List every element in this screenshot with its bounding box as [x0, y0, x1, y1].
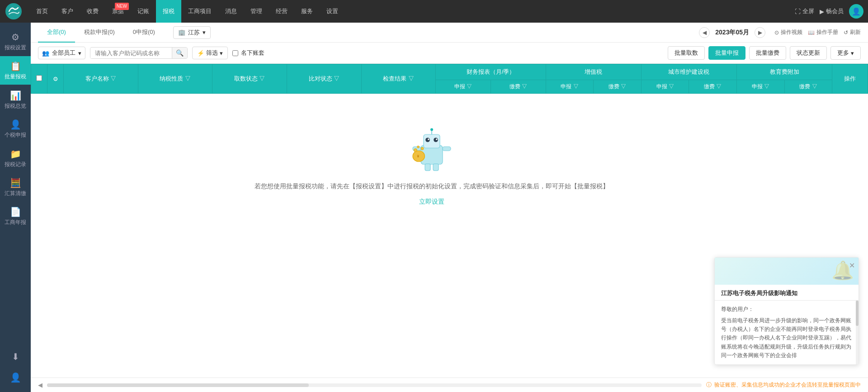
col-edu-pay: 缴费 ▽	[784, 80, 832, 94]
more-btn[interactable]: 更多 ▾	[830, 46, 861, 60]
tab-zero-declare[interactable]: 0申报(0)	[124, 23, 164, 43]
member-btn[interactable]: ▶ 畅会员	[820, 7, 844, 15]
employee-select[interactable]: 👥 全部员工 ▾	[38, 47, 85, 59]
sidebar-item-tax-overview[interactable]: 📊 报税总览	[0, 86, 31, 114]
sidebar-profile[interactable]: 👤	[0, 368, 31, 387]
svg-point-16	[421, 147, 424, 150]
notif-scroll-thumb	[856, 301, 859, 326]
search-box: 🔍	[90, 47, 188, 59]
col-vat-declare: 申报 ▽	[546, 80, 594, 94]
app-logo[interactable]	[5, 2, 23, 20]
checkbox-label[interactable]: 名下账套	[232, 49, 264, 57]
download-icon: ⬇	[10, 351, 21, 362]
manual-link[interactable]: 📖 操作手册	[808, 29, 838, 36]
search-input[interactable]	[90, 48, 172, 58]
notif-content: 受当前电子税务局进一步升级的影响，同一个政务网账号（办税人）名下的企业不能再同时…	[721, 316, 852, 360]
tab-tax-declare[interactable]: 税款申报(0)	[75, 23, 124, 43]
nav-operation[interactable]: 经营	[269, 0, 294, 23]
notif-banner: 🔔 ✕	[715, 258, 859, 285]
nav-invoice[interactable]: 票据 NEW	[105, 0, 131, 23]
batch-declare-btn[interactable]: 批量申报	[708, 46, 745, 60]
horizontal-scrollbar[interactable]	[47, 383, 702, 387]
nav-bookkeeping[interactable]: 记账	[131, 0, 156, 23]
col-edu-declare: 申报 ▽	[737, 80, 785, 94]
sidebar-item-batch-tax[interactable]: 📋 批量报税	[0, 56, 31, 84]
nav-service[interactable]: 服务	[294, 0, 320, 23]
notif-greeting: 尊敬的用户：	[721, 305, 852, 314]
setup-now-link[interactable]: 立即设置	[419, 198, 444, 206]
notif-body: 尊敬的用户： 受当前电子税务局进一步升级的影响，同一个政务网账号（办税人）名下的…	[715, 301, 859, 364]
svg-text:¥: ¥	[417, 154, 419, 158]
fullscreen-btn[interactable]: ⛶ 全屏	[795, 7, 814, 15]
region-selector[interactable]: 🏢 江苏 ▾	[173, 26, 211, 39]
svg-point-0	[5, 3, 22, 19]
annual-settlement-icon: 🧮	[10, 177, 21, 188]
nav-home[interactable]: 首页	[29, 0, 55, 23]
batch-pay-btn[interactable]: 批量缴费	[749, 46, 786, 60]
filter-icon-check: ▽	[408, 75, 414, 82]
batch-fetch-btn[interactable]: 批量取数	[668, 46, 705, 60]
warning-message: ⓘ 验证账密、采集信息均成功的企业才会流转至批量报税页面中	[706, 381, 861, 389]
fullscreen-icon: ⛶	[795, 8, 801, 15]
nav-customer[interactable]: 客户	[55, 0, 80, 23]
col-vat: 增值税	[546, 64, 641, 80]
top-navigation: 首页 客户 收费 票据 NEW 记账 报税 工商项目 消息 管理 经营 服务 设…	[0, 0, 868, 23]
top-nav-right: ⛶ 全屏 ▶ 畅会员 👤	[795, 4, 863, 19]
video-link[interactable]: ⊙ 操作视频	[774, 29, 802, 36]
col-vat-pay: 缴费 ▽	[594, 80, 642, 94]
col-tax-nature: 纳税性质 ▽	[138, 64, 212, 94]
col-fetch-status: 取数状态 ▽	[212, 64, 287, 94]
scroll-thumb	[47, 383, 309, 387]
scroll-left-arrow[interactable]: ◀	[38, 382, 42, 388]
notif-close-btn[interactable]: ✕	[849, 261, 855, 270]
nav-business[interactable]: 工商项目	[181, 0, 218, 23]
date-next-btn[interactable]: ▶	[755, 27, 765, 38]
col-financial-report: 财务报表（月/季）	[436, 64, 546, 80]
sidebar-bottom: ⬇ 👤	[0, 347, 31, 392]
tax-overview-icon: 📊	[10, 90, 21, 101]
svg-rect-12	[433, 164, 439, 171]
sidebar-item-annual-report[interactable]: 📄 工商年报	[0, 202, 31, 230]
sidebar-item-tax-settings[interactable]: ⚙ 报税设置	[0, 27, 31, 55]
user-avatar[interactable]: 👤	[849, 4, 863, 19]
sidebar-download[interactable]: ⬇	[0, 347, 31, 367]
col-city-pay: 缴费 ▽	[689, 80, 737, 94]
toolbar-right: 批量取数 批量申报 批量缴费 状态更新 更多 ▾	[668, 46, 861, 60]
refresh-link[interactable]: ↺ 刷新	[844, 29, 861, 36]
sidebar-item-tax-records[interactable]: 📁 报税记录	[0, 144, 31, 172]
filter-icon-compare: ▽	[334, 75, 340, 82]
empty-description: 若您想使用批量报税功能，请先在【报税设置】中进行报税的初始化设置，完成密码验证和…	[255, 182, 609, 191]
filter-icon-name: ▽	[110, 75, 116, 82]
employee-icon: 👥	[42, 50, 49, 57]
refresh-icon: ↺	[844, 29, 848, 36]
data-table: ⚙ 客户名称 ▽ 纳税性质 ▽ 取数状态	[31, 64, 868, 233]
col-operation: 操作	[832, 64, 868, 94]
avatar-icon: 👤	[852, 7, 861, 16]
tax-settings-icon: ⚙	[10, 32, 21, 43]
new-badge: NEW	[115, 3, 129, 10]
batch-tax-icon: 📋	[10, 61, 21, 72]
nav-management[interactable]: 管理	[244, 0, 269, 23]
status-update-btn[interactable]: 状态更新	[790, 46, 827, 60]
sidebar-item-annual-settlement[interactable]: 🧮 汇算清缴	[0, 173, 31, 201]
col-compare-status: 比对状态 ▽	[287, 64, 362, 94]
nav-fee[interactable]: 收费	[80, 0, 105, 23]
date-prev-btn[interactable]: ◀	[699, 27, 710, 38]
col-education-surcharge: 教育费附加	[737, 64, 832, 80]
toolbar: 👥 全部员工 ▾ 🔍 ⚡ 筛选 ▾ 名下账套 批量取数 批量申报 批量缴费	[31, 43, 868, 64]
tab-all[interactable]: 全部(0)	[38, 23, 75, 43]
nav-message[interactable]: 消息	[218, 0, 244, 23]
sidebar-item-personal-tax[interactable]: 👤 个税申报	[0, 115, 31, 143]
col-customer-name: 客户名称 ▽	[64, 64, 138, 94]
notif-scrollbar[interactable]	[856, 301, 859, 364]
nav-settings[interactable]: 设置	[320, 0, 345, 23]
tax-records-icon: 📁	[10, 148, 21, 159]
col-city-maintenance: 城市维护建设税	[641, 64, 736, 80]
nav-tax[interactable]: 报税	[156, 0, 181, 23]
search-button[interactable]: 🔍	[172, 48, 187, 58]
svg-point-8	[430, 128, 433, 131]
svg-point-17	[417, 146, 419, 148]
select-all-checkbox[interactable]	[36, 75, 42, 81]
accounts-checkbox[interactable]	[232, 50, 238, 56]
filter-button[interactable]: ⚡ 筛选 ▾	[192, 47, 228, 59]
